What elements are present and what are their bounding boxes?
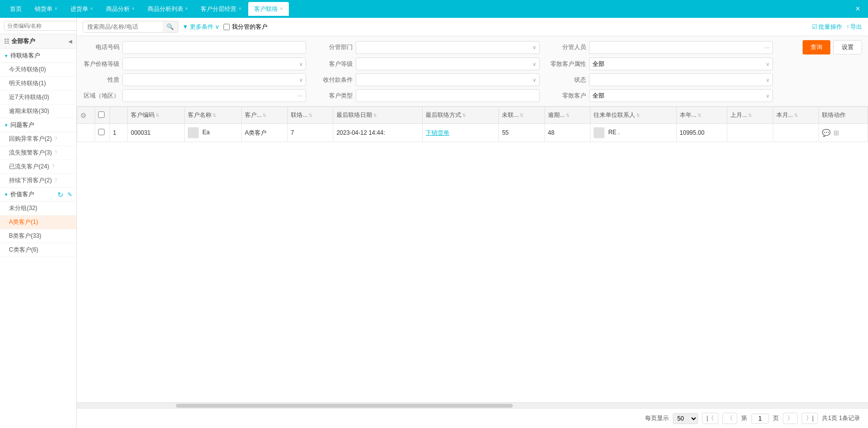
region-input[interactable] [126, 92, 298, 99]
dropdown-icon[interactable]: ∨ [299, 77, 303, 83]
filter-input-retail-attr[interactable]: ∨ [589, 57, 773, 70]
more-icon[interactable]: ··· [298, 92, 303, 99]
nav-analysis[interactable]: 商品分析 × [100, 2, 141, 16]
sidebar-item-churn-warning[interactable]: 流失预警客户(3) ? [0, 146, 76, 160]
refresh-icon[interactable]: ↻ [57, 191, 63, 199]
last-page-button[interactable]: 〉| [802, 413, 818, 424]
sort-icon[interactable]: ⇅ [794, 113, 798, 118]
query-button[interactable]: 查询 [803, 40, 830, 54]
sort-icon[interactable]: ⇅ [566, 113, 570, 118]
sort-icon[interactable]: ⇅ [520, 113, 524, 118]
chat-icon[interactable]: 💬 [822, 129, 830, 137]
nav-analysis-close[interactable]: × [132, 2, 135, 16]
last-method-link[interactable]: 下销货单 [426, 129, 449, 136]
sidebar-item-class-c[interactable]: C类客户(6) [0, 243, 76, 257]
sidebar-group-pending[interactable]: ▼ 待联络客户 [0, 49, 76, 63]
sidebar-item-declining[interactable]: 持续下滑客户(2) ? [0, 174, 76, 188]
customer-tier-input[interactable] [359, 60, 533, 67]
filter-input-region[interactable]: ··· [122, 89, 306, 102]
dropdown-icon[interactable]: ∨ [766, 77, 769, 83]
nav-purchase-close[interactable]: × [90, 2, 93, 16]
sort-icon[interactable]: ⇅ [309, 113, 313, 118]
filter-input-customer-type[interactable] [356, 89, 540, 102]
filter-input-payment[interactable]: ∨ [356, 73, 540, 86]
sort-icon[interactable]: ⇅ [462, 113, 466, 118]
sort-icon[interactable]: ⇅ [156, 113, 160, 118]
sidebar-group-problem[interactable]: ▼ 问题客户 [0, 118, 76, 132]
table-settings-icon[interactable]: ⚙ [80, 111, 87, 119]
prev-page-button[interactable]: 〈 [722, 413, 737, 424]
grid-action-icon[interactable]: ⊞ [833, 129, 839, 137]
filter-input-customer-tier[interactable]: ∨ [356, 57, 540, 70]
sidebar-item-week-pending[interactable]: 近7天待联络(0) [0, 91, 76, 105]
nav-sales[interactable]: 销货单 × [29, 2, 63, 16]
sidebar-group-value[interactable]: ▼ 价值客户 ↻ ✎ [0, 188, 76, 202]
nav-customer-contact[interactable]: 客户联络 × [248, 2, 289, 16]
sort-icon[interactable]: ⇅ [636, 113, 640, 118]
global-close-button[interactable]: × [852, 4, 864, 13]
search-input[interactable] [83, 21, 163, 32]
nature-input[interactable] [126, 76, 299, 83]
sidebar-item-tomorrow-pending[interactable]: 明天待联络(1) [0, 77, 76, 91]
export-button[interactable]: ↑ 导出 [846, 23, 862, 31]
sort-icon[interactable]: ⇅ [698, 113, 702, 118]
payment-input[interactable] [359, 76, 533, 83]
my-customers-checkbox-wrap[interactable]: 我分管的客户 [223, 23, 268, 31]
my-customers-checkbox[interactable] [223, 24, 230, 30]
nav-analysis-list[interactable]: 商品分析列表 × [142, 2, 194, 16]
dropdown-icon[interactable]: ∨ [299, 61, 303, 67]
dept-input[interactable] [359, 44, 533, 51]
page-size-select[interactable]: 50 100 200 [673, 413, 698, 424]
price-tier-input[interactable] [126, 60, 299, 67]
sidebar-item-unclassified[interactable]: 未分组(32) [0, 202, 76, 215]
dropdown-icon[interactable]: ∨ [533, 77, 536, 83]
sort-icon[interactable]: ⇅ [748, 113, 752, 118]
filter-input-phone[interactable] [122, 41, 306, 54]
sidebar-all-customers-header[interactable]: ☷ 全部客户 ◀ [0, 34, 76, 49]
person-input[interactable] [593, 44, 764, 51]
filter-input-price-tier[interactable]: ∨ [122, 57, 306, 70]
filter-input-retail[interactable]: ∨ [589, 89, 773, 102]
horizontal-scrollbar[interactable] [77, 402, 868, 408]
nav-purchase[interactable]: 进货单 × [64, 2, 99, 16]
nav-home[interactable]: 首页 [4, 2, 28, 16]
retail-attr-input[interactable] [593, 60, 766, 67]
dropdown-icon[interactable]: ∨ [766, 61, 769, 67]
select-all-checkbox[interactable] [98, 111, 105, 118]
batch-ops-button[interactable]: ☑ 批量操作 [812, 23, 842, 31]
nav-customer-tier[interactable]: 客户分层经营 × [195, 2, 247, 16]
sidebar-item-today-pending[interactable]: 今天待联络(0) [0, 63, 76, 77]
sidebar-item-class-b[interactable]: B类客户(33) [0, 229, 76, 243]
edit-icon[interactable]: ✎ [67, 191, 72, 198]
row-checkbox[interactable] [98, 129, 105, 135]
nav-sales-close[interactable]: × [54, 2, 57, 16]
sidebar-collapse-button[interactable]: ◀ [68, 39, 72, 44]
retail-input[interactable] [593, 92, 766, 99]
dropdown-icon[interactable]: ∨ [533, 61, 536, 67]
page-input[interactable] [751, 414, 769, 424]
sidebar-search-input[interactable] [4, 21, 77, 31]
nav-customer-contact-close[interactable]: × [280, 2, 283, 16]
first-page-button[interactable]: |〈 [702, 413, 718, 424]
sidebar-item-abnormal-repurchase[interactable]: 回购异常客户(2) ? [0, 132, 76, 146]
nav-customer-tier-close[interactable]: × [238, 2, 241, 16]
sort-icon[interactable]: ⇅ [373, 113, 377, 118]
nav-analysis-list-close[interactable]: × [185, 2, 188, 16]
sidebar-item-churned[interactable]: 已流失客户(24) ? [0, 160, 76, 174]
search-icon[interactable]: 🔍 [163, 21, 178, 32]
scrollbar-thumb[interactable] [176, 404, 513, 408]
filter-input-person[interactable]: ··· [589, 41, 773, 54]
sidebar-item-overdue-pending[interactable]: 逾期未联络(30) [0, 105, 76, 118]
customer-type-input[interactable] [359, 92, 536, 99]
sort-icon[interactable]: ⇅ [263, 113, 267, 118]
filter-input-status[interactable]: ∨ [589, 73, 773, 86]
more-icon[interactable]: ··· [764, 44, 769, 51]
sort-icon[interactable]: ⇅ [213, 113, 217, 118]
filter-input-nature[interactable]: ∨ [122, 73, 306, 86]
status-input[interactable] [593, 76, 766, 83]
next-page-button[interactable]: 〉 [783, 413, 798, 424]
sidebar-item-class-a[interactable]: A类客户(1) [0, 215, 76, 229]
dropdown-icon[interactable]: ∨ [533, 45, 536, 50]
more-filter-button[interactable]: ▼ 更多条件 ∨ [182, 23, 219, 31]
dropdown-icon[interactable]: ∨ [766, 93, 769, 99]
